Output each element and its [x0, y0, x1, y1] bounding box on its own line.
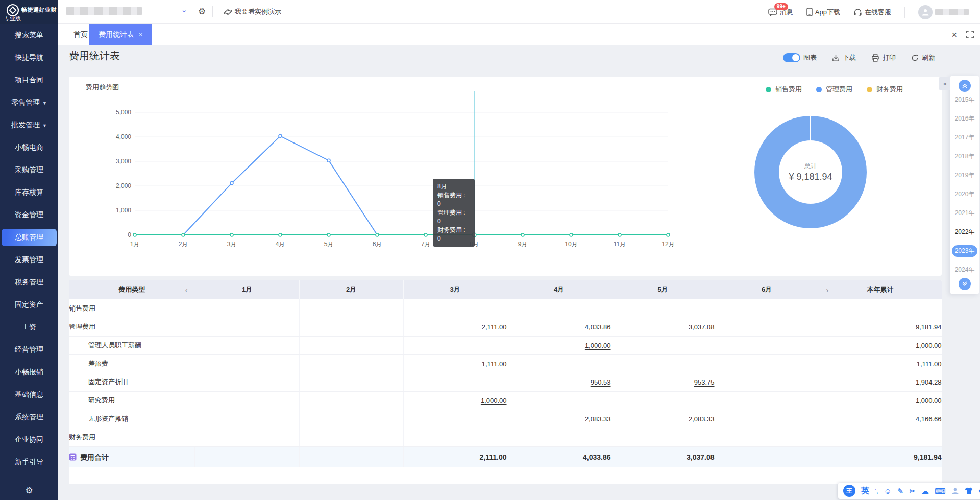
drill-down-link[interactable]: 3,037.08 — [689, 323, 715, 331]
next-months-arrow-icon[interactable]: › — [826, 286, 829, 294]
year-option-2021年[interactable]: 2021年 — [952, 207, 978, 219]
ime-handwriting-icon[interactable]: ✎ — [897, 487, 904, 495]
year-option-2018年[interactable]: 2018年 — [952, 151, 978, 162]
year-option-2024年[interactable]: 2024年 — [952, 264, 978, 276]
chart-toggle-label: 图表 — [803, 53, 817, 62]
data-point — [521, 233, 524, 236]
value-cell: 1,904.28 — [819, 373, 942, 391]
sidebar-item-10[interactable]: 总账管理 — [0, 226, 58, 249]
demo-link[interactable]: 我要看实例演示 — [224, 7, 281, 16]
row-name-cell: 管理费用 — [69, 318, 195, 336]
phone-icon — [806, 8, 813, 16]
year-panel-collapse-button[interactable]: » — [939, 77, 950, 90]
year-option-2020年[interactable]: 2020年 — [952, 188, 978, 200]
sidebar-item-13[interactable]: 固定资产 — [0, 294, 58, 316]
fullscreen-icon[interactable] — [966, 31, 974, 38]
sidebar-item-6[interactable]: 小畅电商 — [0, 136, 58, 159]
drill-down-link[interactable]: 1,000.00 — [585, 342, 611, 349]
year-option-2019年[interactable]: 2019年 — [952, 170, 978, 181]
sidebar: 搜索菜单快捷导航项目合同零售管理▼批发管理▼小畅电商采购管理库存核算资金管理总账… — [0, 24, 58, 500]
ime-settings-icon[interactable]: ⚙ — [978, 487, 980, 495]
sidebar-gear-icon[interactable]: ⚙ — [0, 485, 58, 496]
data-point — [230, 182, 233, 185]
ime-logo[interactable]: 王 — [843, 485, 855, 497]
sidebar-item-16[interactable]: 小畅报销 — [0, 361, 58, 384]
close-all-icon[interactable]: × — [951, 30, 957, 39]
ime-punctuation-icon[interactable]: ’, — [875, 488, 878, 494]
user-account[interactable] — [918, 5, 969, 19]
sidebar-item-7[interactable]: 采购管理 — [0, 159, 58, 181]
double-chevron-down-icon — [962, 281, 968, 287]
tab-expense-statistics[interactable]: 费用统计表× — [89, 24, 152, 45]
year-option-2022年[interactable]: 2022年 — [952, 226, 978, 238]
sidebar-item-20[interactable]: 新手引导 — [0, 451, 58, 473]
sidebar-item-label: 固定资产 — [15, 300, 43, 309]
expense-type-label: 费用合计 — [80, 447, 109, 467]
years-scroll-up-button[interactable] — [959, 80, 971, 92]
chart-toggle[interactable] — [783, 53, 800, 62]
ime-cloud-icon[interactable]: ☁ — [921, 487, 929, 495]
donut-center-value: ¥ 9,181.94 — [789, 172, 832, 182]
sidebar-item-label: 系统管理 — [15, 413, 43, 422]
tab-close-icon[interactable]: × — [139, 31, 143, 38]
value-cell — [299, 391, 403, 410]
drill-down-link[interactable]: 2,111.00 — [482, 323, 507, 331]
data-point — [376, 233, 379, 236]
refresh-button[interactable]: 刷新 — [911, 53, 935, 62]
drill-down-link[interactable]: 1,111.00 — [482, 360, 507, 368]
sidebar-item-17[interactable]: 基础信息 — [0, 384, 58, 406]
print-button[interactable]: 打印 — [871, 53, 896, 62]
column-header-label: 2月 — [346, 285, 356, 293]
drill-down-link[interactable]: 4,033.86 — [585, 323, 611, 331]
drill-down-link[interactable]: 950.53 — [591, 378, 611, 386]
sidebar-item-label: 快捷导航 — [15, 53, 43, 62]
year-option-2023年[interactable]: 2023年 — [952, 245, 978, 257]
sidebar-item-4[interactable]: 零售管理▼ — [0, 91, 58, 114]
ime-clipboard-icon[interactable]: ✂ — [909, 487, 916, 495]
year-option-2017年[interactable]: 2017年 — [952, 132, 978, 144]
sidebar-item-11[interactable]: 发票管理 — [0, 249, 58, 271]
messages-button[interactable]: 消息 99+ — [768, 8, 793, 17]
sidebar-item-5[interactable]: 批发管理▼ — [0, 114, 58, 136]
app-download-button[interactable]: App下载 — [806, 8, 840, 17]
sidebar-item-19[interactable]: 企业协同 — [0, 428, 58, 451]
year-option-2016年[interactable]: 2016年 — [952, 113, 978, 125]
value-cell — [507, 391, 611, 410]
sidebar-item-8[interactable]: 库存核算 — [0, 181, 58, 204]
value-cell: 2,111.00 — [403, 446, 507, 467]
drill-down-link[interactable]: 2,083.33 — [585, 415, 611, 423]
drill-down-link[interactable]: 953.75 — [694, 378, 715, 386]
value-cell — [299, 373, 403, 391]
sidebar-item-15[interactable]: 经营管理 — [0, 339, 58, 361]
year-option-2015年[interactable]: 2015年 — [952, 94, 978, 106]
settings-gear-icon[interactable]: ⚙ — [198, 6, 206, 17]
value-cell — [819, 299, 942, 318]
sidebar-item-18[interactable]: 系统管理 — [0, 406, 58, 428]
online-service-button[interactable]: 在线客服 — [853, 8, 891, 17]
sidebar-item-9[interactable]: 资金管理 — [0, 204, 58, 226]
value-cell: 4,166.66 — [819, 410, 942, 428]
sidebar-item-1[interactable]: 搜索菜单 — [0, 24, 58, 46]
sidebar-item-12[interactable]: 税务管理 — [0, 271, 58, 294]
column-header-4月: 4月 — [507, 280, 611, 299]
prev-months-arrow-icon[interactable]: ‹ — [185, 286, 188, 294]
value-cell — [715, 428, 819, 446]
download-button[interactable]: 下载 — [832, 53, 856, 62]
drill-down-link[interactable]: 2,083.33 — [689, 415, 715, 423]
value-cell — [299, 410, 403, 428]
ime-emoji-icon[interactable]: ☺ — [884, 487, 892, 495]
ime-skin-icon[interactable] — [965, 487, 973, 494]
ime-account-icon[interactable] — [951, 487, 959, 495]
sidebar-item-14[interactable]: 工资 — [0, 316, 58, 339]
years-scroll-down-button[interactable] — [959, 278, 971, 290]
ime-keyboard-icon[interactable]: ⌨ — [935, 487, 946, 495]
sidebar-item-2[interactable]: 快捷导航 — [0, 46, 58, 69]
value-cell: 3,037.08 — [611, 446, 715, 467]
ime-language-toggle[interactable]: 英 — [861, 487, 869, 495]
drill-down-link[interactable]: 1,000.00 — [481, 397, 507, 404]
company-selector[interactable]: ⌄ — [63, 4, 190, 19]
value-cell — [299, 299, 403, 318]
value-text: 4,033.86 — [583, 453, 611, 461]
sidebar-item-3[interactable]: 项目合同 — [0, 69, 58, 91]
value-cell: 953.75 — [611, 373, 715, 391]
